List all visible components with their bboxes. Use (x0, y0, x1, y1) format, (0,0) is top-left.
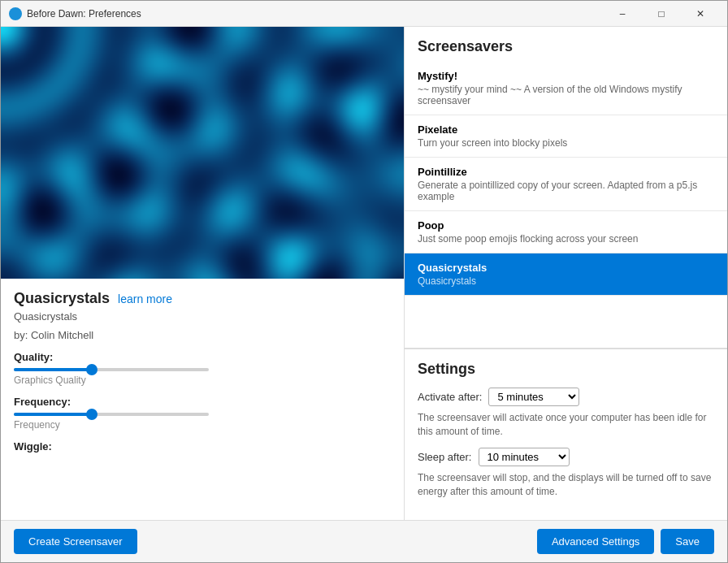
frequency-label: Frequency: (14, 396, 391, 408)
close-button[interactable]: ✕ (682, 1, 719, 27)
item-desc: ~~ mystify your mind ~~ A version of the… (418, 84, 714, 106)
title-row: Quasicrystals learn more (14, 290, 391, 307)
quality-label: Quality: (14, 351, 391, 363)
app-icon (9, 7, 22, 20)
window-title: Before Dawn: Preferences (27, 8, 604, 19)
learn-more-link[interactable]: learn more (118, 292, 172, 305)
minimize-button[interactable]: – (604, 1, 641, 27)
info-area: Quasicrystals learn more Quasicrystals b… (1, 279, 404, 520)
sleep-select[interactable]: 1 minute2 minutes5 minutes10 minutes15 m… (479, 448, 570, 466)
sleep-label: Sleep after: (418, 451, 472, 463)
preview-canvas (1, 27, 404, 279)
screensaver-list[interactable]: Mystify! ~~ mystify your mind ~~ A versi… (405, 62, 727, 348)
right-panel: Screensavers Mystify! ~~ mystify your mi… (405, 27, 727, 520)
screensaver-name: Quasicrystals (14, 290, 110, 307)
activate-desc: The screensaver will activate once your … (418, 411, 714, 439)
title-bar: Before Dawn: Preferences – □ ✕ (1, 1, 727, 27)
quality-thumb[interactable] (86, 364, 98, 375)
wiggle-label: Wiggle: (14, 440, 391, 453)
screensaver-list-item[interactable]: Poop Just some poop emojis flocking acro… (405, 211, 727, 253)
quality-track (14, 368, 209, 371)
preview-area (1, 27, 404, 279)
screensaver-subtitle: Quasicrystals (14, 310, 391, 323)
item-desc: Just some poop emojis flocking across yo… (418, 233, 714, 245)
content-area: Quasicrystals learn more Quasicrystals b… (1, 27, 727, 520)
item-desc: Quasicrystals (418, 275, 714, 287)
item-desc: Generate a pointillized copy of your scr… (418, 180, 714, 202)
screensaver-list-item[interactable]: Pixelate Turn your screen into blocky pi… (405, 115, 727, 158)
frequency-thumb[interactable] (86, 409, 98, 420)
activate-row: Activate after: 1 minute2 minutes3 minut… (418, 388, 714, 406)
settings-section: Settings Activate after: 1 minute2 minut… (405, 349, 727, 520)
maximize-button[interactable]: □ (643, 1, 680, 27)
sleep-desc: The screensaver will stop, and the displ… (418, 471, 714, 499)
item-name: Quasicrystals (418, 262, 714, 274)
screensaver-list-item[interactable]: Quasicrystals Quasicrystals (405, 253, 727, 296)
frequency-fill (14, 413, 92, 416)
bottom-bar: Create Screensaver Advanced Settings Sav… (1, 520, 727, 562)
frequency-track (14, 413, 209, 416)
frequency-slider-section: Frequency: Frequency (14, 396, 391, 431)
main-window: Before Dawn: Preferences – □ ✕ Quasicrys… (0, 0, 728, 563)
screensaver-list-item[interactable]: Mystify! ~~ mystify your mind ~~ A versi… (405, 62, 727, 115)
quality-fill (14, 368, 92, 371)
screensavers-header: Screensavers (405, 27, 727, 62)
author-text: by: Colin Mitchell (14, 329, 391, 341)
quality-slider-section: Quality: Graphics Quality (14, 351, 391, 386)
frequency-slider[interactable] (14, 413, 209, 416)
screensaver-list-item[interactable]: Pointillize Generate a pointillized copy… (405, 158, 727, 211)
item-desc: Turn your screen into blocky pixels (418, 137, 714, 149)
advanced-settings-button[interactable]: Advanced Settings (537, 529, 654, 554)
activate-label: Activate after: (418, 391, 482, 403)
right-buttons: Advanced Settings Save (537, 529, 714, 554)
create-screensaver-button[interactable]: Create Screensaver (14, 529, 137, 554)
screensavers-section: Screensavers Mystify! ~~ mystify your mi… (405, 27, 727, 349)
item-name: Poop (418, 219, 714, 232)
frequency-hint: Frequency (14, 419, 391, 431)
save-button[interactable]: Save (661, 529, 714, 554)
left-panel: Quasicrystals learn more Quasicrystals b… (1, 27, 405, 520)
wiggle-slider-section: Wiggle: (14, 440, 391, 453)
sleep-row: Sleep after: 1 minute2 minutes5 minutes1… (418, 448, 714, 466)
quality-hint: Graphics Quality (14, 375, 391, 386)
settings-header: Settings (418, 361, 714, 378)
item-name: Pixelate (418, 123, 714, 136)
item-name: Mystify! (418, 70, 714, 82)
item-name: Pointillize (418, 166, 714, 178)
window-controls: – □ ✕ (604, 1, 719, 27)
quality-slider[interactable] (14, 368, 209, 371)
activate-select[interactable]: 1 minute2 minutes3 minutes5 minutes10 mi… (488, 388, 579, 406)
